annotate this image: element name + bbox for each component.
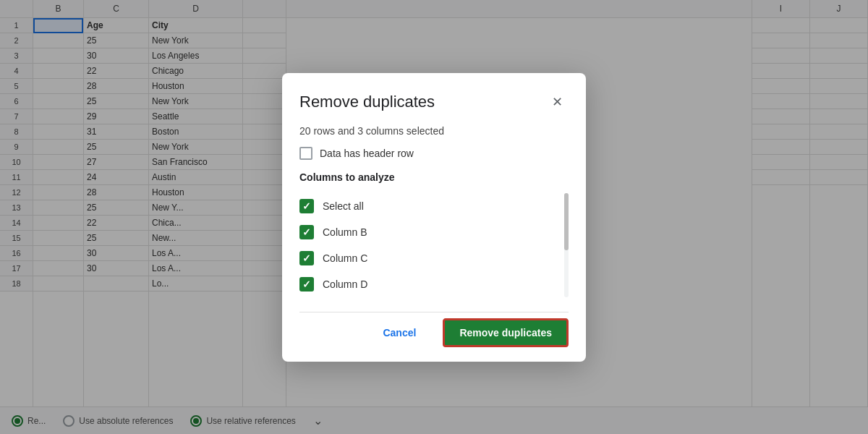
select-all-label: Select all <box>323 200 364 212</box>
header-row-label: Data has header row <box>320 148 414 159</box>
column-c-row: ✓ Column C <box>299 245 566 271</box>
column-b-checkbox[interactable]: ✓ <box>299 225 314 239</box>
checkmark-icon-c: ✓ <box>302 253 311 263</box>
scroll-track <box>564 193 569 297</box>
select-all-row: ✓ Select all <box>299 193 566 219</box>
dialog-title: Remove duplicates <box>299 93 435 111</box>
header-row-checkbox-row: Data has header row <box>299 147 569 160</box>
scroll-thumb <box>564 193 569 250</box>
column-c-label: Column C <box>323 252 367 264</box>
dialog-footer: Cancel Remove duplicates <box>299 312 569 347</box>
column-c-checkbox[interactable]: ✓ <box>299 251 314 265</box>
modal-overlay: Remove duplicates ✕ 20 rows and 3 column… <box>0 0 868 434</box>
column-d-row: ✓ Column D <box>299 271 566 297</box>
column-d-label: Column D <box>323 278 367 290</box>
columns-list[interactable]: ✓ Select all ✓ Column B ✓ Column C ✓ <box>299 193 569 297</box>
checkmark-icon-b: ✓ <box>302 227 311 237</box>
checkmark-icon: ✓ <box>302 201 311 211</box>
checkmark-icon-d: ✓ <box>302 279 311 289</box>
dialog-subtitle: 20 rows and 3 columns selected <box>299 125 569 137</box>
columns-section-title: Columns to analyze <box>299 171 569 183</box>
cancel-button[interactable]: Cancel <box>365 318 434 347</box>
header-row-checkbox[interactable] <box>299 147 312 160</box>
column-b-label: Column B <box>323 226 367 238</box>
remove-duplicates-button[interactable]: Remove duplicates <box>443 318 569 347</box>
column-d-checkbox[interactable]: ✓ <box>299 277 314 292</box>
select-all-checkbox[interactable]: ✓ <box>299 199 314 213</box>
close-button[interactable]: ✕ <box>545 90 569 114</box>
remove-duplicates-dialog: Remove duplicates ✕ 20 rows and 3 column… <box>282 73 586 362</box>
column-b-row: ✓ Column B <box>299 219 566 245</box>
dialog-header: Remove duplicates ✕ <box>299 90 569 114</box>
